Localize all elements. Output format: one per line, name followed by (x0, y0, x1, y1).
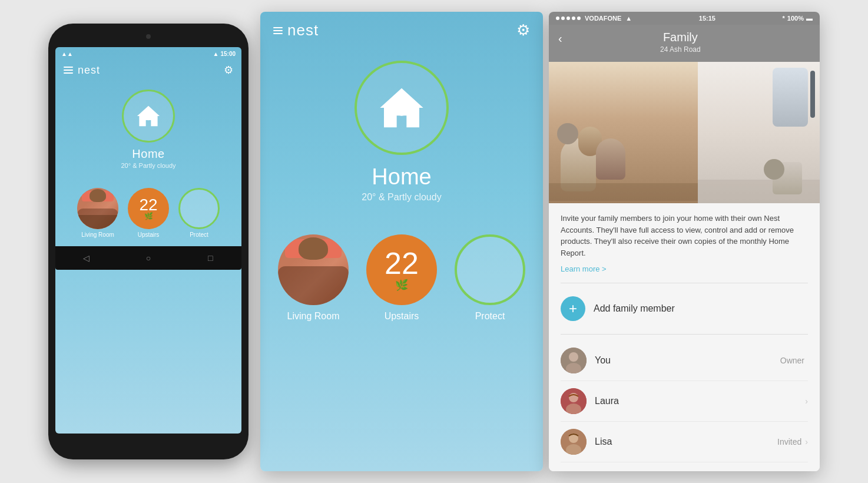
large-protect-label: Protect (475, 311, 505, 322)
living-room-circle[interactable] (77, 188, 118, 229)
status-left: ▲▲ (61, 51, 73, 57)
large-nest-logo[interactable]: nest (273, 21, 319, 39)
add-member-label: Add family member (594, 303, 675, 314)
battery-section: * 100% ▬ (783, 15, 813, 22)
signal-icon: ▲▲ (61, 51, 73, 57)
svg-point-1 (148, 116, 150, 118)
member-row-you[interactable]: You Owner (561, 340, 808, 381)
large-android-screen: nest ⚙ Home 20° & Partly cloudy (260, 12, 543, 471)
bluetooth-icon: * (783, 15, 785, 22)
member-row-lisa[interactable]: Lisa Invited › (561, 422, 808, 462)
large-upstairs-label: Upstairs (385, 311, 419, 322)
thermostat-circle[interactable]: 22 🌿 (128, 188, 169, 229)
upstairs-label: Upstairs (138, 231, 160, 238)
large-protect-circle[interactable] (455, 234, 525, 305)
large-device-living-room[interactable]: Living Room (278, 234, 349, 322)
photo-left-section (549, 62, 698, 203)
home-button[interactable]: ○ (137, 246, 160, 270)
large-device-protect[interactable]: Protect (455, 234, 525, 322)
iphone-content: Invite your family members to join your … (549, 203, 820, 471)
settings-icon[interactable]: ⚙ (224, 64, 233, 77)
large-devices-row: Living Room 22 🌿 Upstairs Protect (260, 217, 543, 339)
large-leaf-icon: 🌿 (395, 279, 408, 292)
large-thermostat-circle[interactable]: 22 🌿 (366, 234, 437, 305)
avatar-you (561, 348, 587, 373)
iphone-panel: VODAFONE ▲ 15:15 * 100% ▬ ‹ Family 24 As… (549, 12, 820, 471)
android-nav-bar: ◁ ○ □ (55, 246, 241, 270)
chevron-laura: › (805, 396, 808, 406)
large-living-room-label: Living Room (287, 311, 340, 322)
house-svg (133, 101, 164, 131)
battery-level: 100% (787, 15, 804, 22)
back-button[interactable]: ‹ (558, 32, 562, 45)
large-home-circle[interactable] (355, 61, 449, 155)
large-device-upstairs[interactable]: 22 🌿 Upstairs (366, 234, 437, 322)
android-screen: ▲▲ ▲ 15:00 nest ⚙ (55, 47, 241, 434)
large-settings-icon[interactable]: ⚙ (516, 21, 530, 39)
member-name-laura: Laura (595, 396, 805, 406)
photo-content (549, 62, 820, 203)
protect-circle[interactable] (178, 188, 220, 229)
device-upstairs[interactable]: 22 🌿 Upstairs (128, 188, 169, 238)
avatar-lisa (561, 429, 587, 455)
add-member-button[interactable]: + (561, 296, 585, 321)
thermostat-value: 22 (139, 197, 157, 213)
photo-right-section (698, 62, 820, 203)
recents-button[interactable]: □ (198, 246, 222, 270)
iphone-time: 15:15 (699, 15, 715, 22)
iphone-header: ‹ Family 24 Ash Road (549, 25, 820, 62)
menu-icon[interactable] (64, 67, 73, 74)
protect-label: Protect (190, 231, 208, 238)
status-bar: ▲▲ ▲ 15:00 (55, 47, 241, 60)
front-camera (146, 34, 151, 39)
large-menu-icon[interactable] (273, 27, 283, 34)
member-role-you: Owner (780, 356, 804, 365)
living-room-label: Living Room (81, 231, 114, 238)
family-address: 24 Ash Road (660, 45, 701, 54)
devices-row: Living Room 22 🌿 Upstairs Protect (55, 180, 241, 246)
add-family-member-row[interactable]: + Add family member (561, 289, 808, 328)
large-home-sublabel: 20° & Partly cloudy (362, 192, 441, 203)
logo-text: nest (78, 64, 100, 77)
avatar-laura-img (561, 388, 587, 414)
status-right: ▲ 15:00 (213, 51, 236, 57)
leaf-icon: 🌿 (144, 212, 153, 220)
device-living-room[interactable]: Living Room (77, 188, 118, 238)
home-label: Home (132, 147, 164, 161)
device-protect[interactable]: Protect (178, 188, 220, 238)
member-role-lisa: Invited (777, 437, 801, 446)
avatar-lisa-img (561, 429, 587, 455)
chevron-lisa: › (805, 437, 808, 446)
nest-header: nest ⚙ (55, 60, 241, 80)
carrier-signal: VODAFONE ▲ (556, 15, 632, 22)
large-home-section[interactable]: Home 20° & Partly cloudy (260, 49, 543, 211)
large-living-room-circle[interactable] (278, 234, 349, 305)
divider-2 (561, 334, 808, 335)
member-name-lisa: Lisa (595, 436, 777, 447)
home-circle-icon[interactable] (122, 90, 175, 143)
invite-description: Invite your family members to join your … (561, 213, 808, 259)
family-title: Family (663, 31, 698, 44)
family-photo (549, 62, 820, 203)
back-button[interactable]: ◁ (75, 246, 98, 270)
member-row-laura[interactable]: Laura › (561, 381, 808, 422)
android-phone-small: ▲▲ ▲ 15:00 nest ⚙ (48, 24, 249, 459)
nest-logo[interactable]: nest (64, 64, 100, 77)
svg-point-5 (569, 352, 578, 362)
home-sublabel: 20° & Partly cloudy (121, 162, 175, 169)
battery-icon: ▬ (806, 15, 813, 22)
phone-notch (55, 31, 241, 47)
avatar-laura (561, 388, 587, 414)
large-logo-text: nest (287, 21, 319, 39)
carrier-name: VODAFONE (585, 15, 621, 22)
living-room-image (77, 188, 118, 229)
home-section[interactable]: Home 20° & Partly cloudy (55, 80, 241, 175)
large-home-label: Home (372, 164, 431, 190)
wifi-status-icon: ▲ (625, 15, 632, 22)
learn-more-link[interactable]: Learn more > (561, 264, 808, 273)
large-thermostat-value: 22 (385, 248, 419, 279)
time-display: 15:00 (220, 51, 236, 57)
large-house-svg (372, 78, 431, 137)
avatar-you-img (561, 348, 587, 373)
iphone-header-center: Family 24 Ash Road (562, 31, 799, 54)
